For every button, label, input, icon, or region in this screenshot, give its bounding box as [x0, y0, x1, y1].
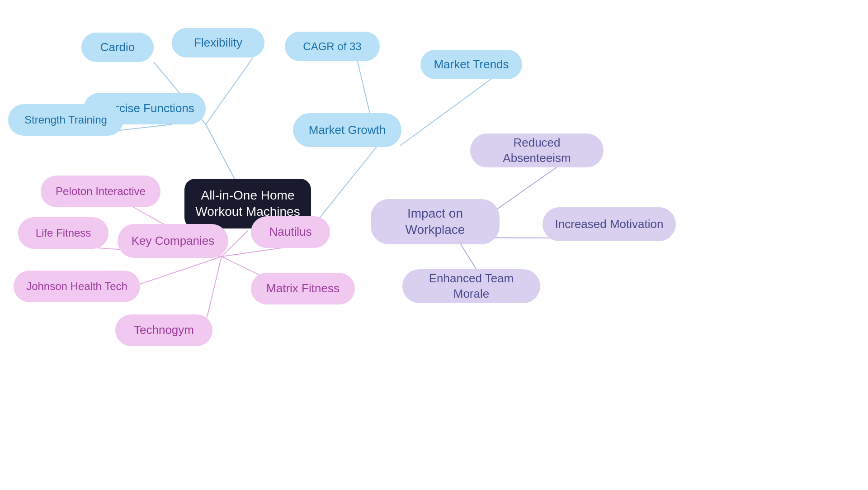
- peloton-node: Peloton Interactive: [41, 176, 160, 207]
- life-fitness-node: Life Fitness: [18, 217, 108, 249]
- market-growth-node: Market Growth: [293, 113, 401, 147]
- enhanced-team-morale-node: Enhanced Team Morale: [402, 269, 540, 303]
- nautilus-node: Nautilus: [251, 216, 330, 248]
- johnson-health-node: Johnson Health Tech: [14, 271, 140, 302]
- svg-line-1: [311, 146, 377, 228]
- market-trends-node: Market Trends: [420, 50, 522, 79]
- key-companies-node: Key Companies: [118, 224, 228, 258]
- strength-training-node: Strength Training: [8, 104, 123, 136]
- cagr-node: CAGR of 33: [285, 32, 380, 61]
- reduced-absenteeism-node: Reduced Absenteeism: [470, 133, 604, 167]
- cardio-node: Cardio: [81, 33, 154, 62]
- technogym-node: Technogym: [115, 314, 212, 346]
- impact-workplace-node: Impact on Workplace: [371, 199, 500, 244]
- increased-motivation-node: Increased Motivation: [542, 207, 676, 241]
- matrix-fitness-node: Matrix Fitness: [251, 273, 355, 304]
- flexibility-node: Flexibility: [172, 28, 264, 57]
- svg-line-5: [206, 57, 253, 124]
